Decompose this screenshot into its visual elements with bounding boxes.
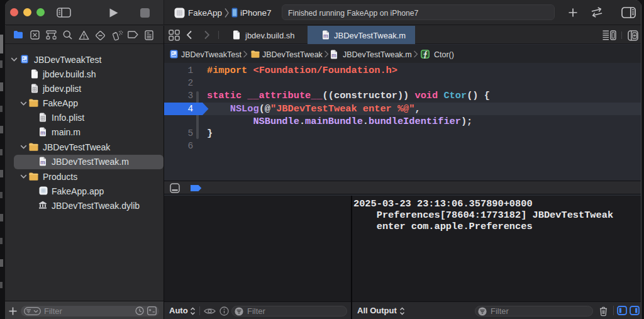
svg-text:m: m xyxy=(323,33,328,39)
svg-text:m: m xyxy=(40,130,45,136)
svg-text:m: m xyxy=(331,52,336,59)
svg-text:m: m xyxy=(40,159,45,165)
